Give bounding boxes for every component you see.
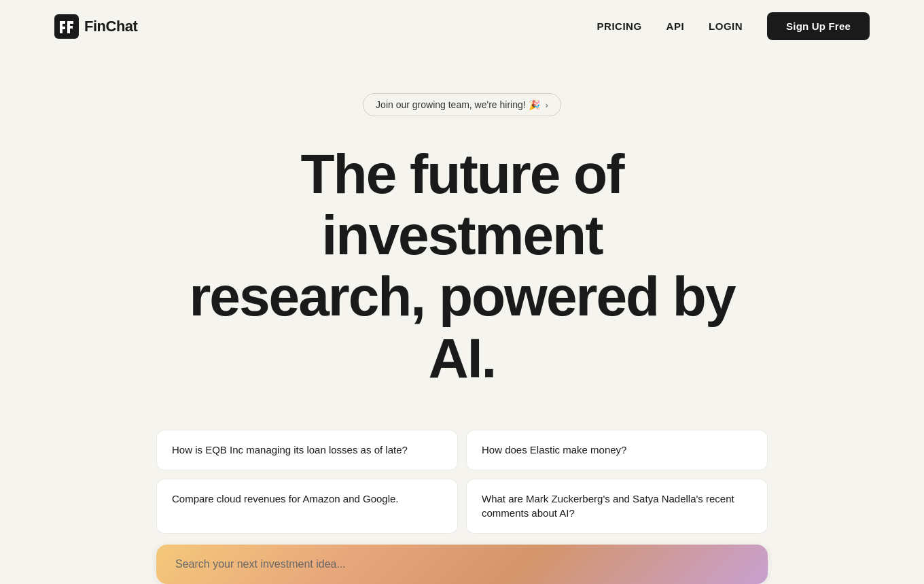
nav-links: PRICING API LOGIN Sign Up Free xyxy=(597,12,870,40)
suggestions-grid: How is EQB Inc managing its loan losses … xyxy=(156,430,768,534)
suggestion-card-3[interactable]: Compare cloud revenues for Amazon and Go… xyxy=(156,479,458,534)
finchat-logo-icon xyxy=(54,14,79,39)
hiring-banner-text: Join our growing team, we're hiring! 🎉 xyxy=(376,99,539,110)
signup-button[interactable]: Sign Up Free xyxy=(767,12,870,40)
hero-title: The future of investment research, power… xyxy=(156,143,768,389)
suggestion-card-1[interactable]: How is EQB Inc managing its loan losses … xyxy=(156,430,458,470)
logo[interactable]: FinChat xyxy=(54,14,137,39)
svg-rect-0 xyxy=(54,14,79,39)
hero-title-line1: The future of investment xyxy=(300,143,623,266)
suggestion-card-4[interactable]: What are Mark Zuckerberg's and Satya Nad… xyxy=(466,479,768,534)
suggestion-card-2[interactable]: How does Elastic make money? xyxy=(466,430,768,470)
logo-text: FinChat xyxy=(84,18,137,35)
search-input[interactable] xyxy=(156,545,768,584)
nav-pricing[interactable]: PRICING xyxy=(597,20,642,32)
search-container xyxy=(156,545,768,584)
nav-login[interactable]: LOGIN xyxy=(709,20,743,32)
chevron-right-icon: › xyxy=(546,100,548,110)
nav-api[interactable]: API xyxy=(667,20,685,32)
navbar: FinChat PRICING API LOGIN Sign Up Free xyxy=(0,0,924,52)
hero-title-line2: research, powered by AI. xyxy=(189,265,734,388)
hero-section: Join our growing team, we're hiring! 🎉 ›… xyxy=(0,52,924,584)
hiring-banner[interactable]: Join our growing team, we're hiring! 🎉 › xyxy=(363,93,561,116)
